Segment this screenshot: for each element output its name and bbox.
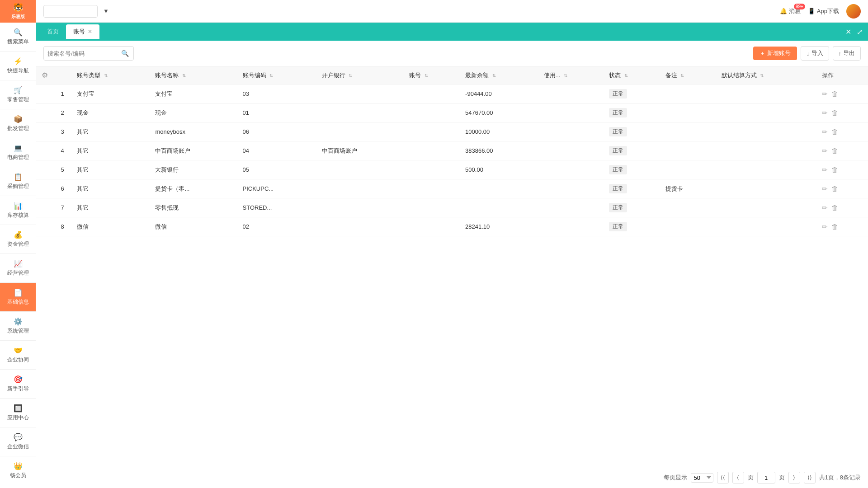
sidebar-item-wholesale-mgmt[interactable]: 📦 批发管理 [0,109,36,138]
col-balance[interactable]: 最新余额 ⇅ [460,66,538,84]
inventory-label: 库存核算 [7,211,29,219]
messages-button[interactable]: 🔔 消息 99+ [780,7,801,15]
add-account-button[interactable]: ＋ 新增账号 [753,47,797,60]
delete-icon[interactable]: 🗑 [831,223,838,230]
sort-status-icon: ⇅ [624,73,628,78]
col-settings[interactable]: ⚙ [36,66,53,84]
user-avatar[interactable] [846,4,861,19]
delete-icon[interactable]: 🗑 [831,128,838,136]
sidebar-item-retail-mgmt[interactable]: 🛒 零售管理 [0,80,36,109]
col-usage-label: 使用... [544,72,561,79]
row-name: 零售抵现 [150,198,237,217]
sidebar-item-inventory[interactable]: 📊 库存核算 [0,196,36,225]
sidebar-item-basic-info[interactable]: 📄 基础信息 [0,283,36,312]
next-page-button[interactable]: ⟩ [788,472,800,483]
col-usage[interactable]: 使用... ⇅ [538,66,604,84]
row-settings-cell [36,198,53,217]
edit-icon[interactable]: ✏ [822,223,828,231]
delete-icon[interactable]: 🗑 [831,147,838,155]
col-type[interactable]: 账号类型 ⇅ [71,66,150,84]
row-num: 4 [53,141,71,160]
sidebar-item-app-center[interactable]: 🔲 应用中心 [0,399,36,427]
sidebar-item-ecommerce-mgmt[interactable]: 💻 电商管理 [0,138,36,167]
search-icon[interactable]: 🔍 [121,50,129,57]
app-version: 乐惠版 [11,14,25,20]
edit-icon[interactable]: ✏ [822,109,828,117]
row-balance: 28241.10 [460,217,538,236]
col-note[interactable]: 备注 ⇅ [660,66,716,84]
tab-account[interactable]: 账号 ✕ [66,24,99,39]
col-status[interactable]: 状态 ⇅ [604,66,660,84]
tab-home-label: 首页 [47,28,59,36]
import-button[interactable]: ↓ 导入 [801,46,829,61]
delete-icon[interactable]: 🗑 [831,90,838,98]
sidebar-item-enterprise-wechat[interactable]: 💬 企业微信 [0,427,36,456]
first-page-button[interactable]: ⟨⟨ [717,472,729,483]
tab-actions: ✕ ⤢ [844,27,864,37]
edit-icon[interactable]: ✏ [822,128,828,136]
header-left: ▼ [43,5,109,18]
row-usage [538,160,604,179]
row-num: 6 [53,179,71,198]
row-note: 提货卡 [660,179,716,198]
search-menu-label: 搜索菜单 [7,38,29,46]
tab-home[interactable]: 首页 [40,24,66,39]
header-search-input[interactable] [43,5,98,18]
pagination: 每页显示 50 100 200 ⟨⟨ ⟨ 页 页 ⟩ ⟩⟩ 共1页，8条记录 [36,467,868,488]
sort-bank-icon: ⇅ [349,73,352,78]
edit-icon[interactable]: ✏ [822,166,828,174]
delete-icon[interactable]: 🗑 [831,185,838,192]
row-default-payment [716,217,817,236]
row-num: 1 [53,84,71,103]
edit-icon[interactable]: ✏ [822,90,828,98]
last-page-button[interactable]: ⟩⟩ [804,472,816,483]
row-num: 3 [53,122,71,141]
col-name[interactable]: 账号名称 ⇅ [150,66,237,84]
col-account[interactable]: 账号 ⇅ [404,66,460,84]
table-row: 7 其它 零售抵现 STORED... 正常 ✏ 🗑 [36,198,868,217]
per-page-select[interactable]: 50 100 200 [691,473,713,483]
sidebar-item-finance-mgmt[interactable]: 💰 资金管理 [0,225,36,254]
row-status: 正常 [604,122,660,141]
prev-page-button[interactable]: ⟨ [732,472,744,483]
sidebar-item-search-menu[interactable]: 🔍 搜索菜单 [0,23,36,52]
page-number-input[interactable] [757,472,775,483]
delete-icon[interactable]: 🗑 [831,109,838,117]
sidebar-item-new-guide[interactable]: 🎯 新手引导 [0,370,36,399]
header-dropdown[interactable]: ▼ [103,8,109,14]
sort-type-icon: ⇅ [104,73,108,78]
enterprise-wechat-icon: 💬 [14,433,23,441]
tab-account-label: 账号 [73,28,85,36]
edit-icon[interactable]: ✏ [822,204,828,212]
import-label: 导入 [811,49,823,57]
delete-icon[interactable]: 🗑 [831,166,838,174]
settings-icon[interactable]: ⚙ [42,71,48,79]
export-button[interactable]: ↑ 导出 [833,46,861,61]
col-code[interactable]: 账号编码 ⇅ [237,66,316,84]
row-bank: 中百商场账户 [316,141,404,160]
app-download-button[interactable]: 📱 App下载 [808,7,839,15]
tab-minimize-icon[interactable]: ✕ [844,27,853,37]
row-balance [460,198,538,217]
sidebar-item-enterprise-collab[interactable]: 🤝 企业协同 [0,341,36,370]
col-bank[interactable]: 开户银行 ⇅ [316,66,404,84]
row-account [404,103,460,122]
sidebar-item-sys-mgmt[interactable]: ⚙️ 系统管理 [0,312,36,341]
sidebar-item-vip-member[interactable]: 👑 畅会员 [0,456,36,485]
col-default-payment[interactable]: 默认结算方式 ⇅ [716,66,817,84]
edit-icon[interactable]: ✏ [822,147,828,155]
search-input[interactable] [43,46,134,61]
edit-icon[interactable]: ✏ [822,185,828,193]
row-settings-cell [36,160,53,179]
row-action: ✏ 🗑 [816,160,868,179]
tab-close-icon[interactable]: ✕ [88,28,92,35]
vip-member-label: 畅会员 [10,472,26,479]
row-action: ✏ 🗑 [816,198,868,217]
sidebar-item-quick-nav[interactable]: ⚡ 快捷导航 [0,52,36,80]
row-action: ✏ 🗑 [816,103,868,122]
delete-icon[interactable]: 🗑 [831,204,838,211]
total-label: 共1页，8条记录 [819,474,861,482]
sidebar-item-ops-mgmt[interactable]: 📈 经营管理 [0,254,36,283]
sidebar-item-purchase-mgmt[interactable]: 📋 采购管理 [0,167,36,196]
tab-maximize-icon[interactable]: ⤢ [855,27,864,37]
